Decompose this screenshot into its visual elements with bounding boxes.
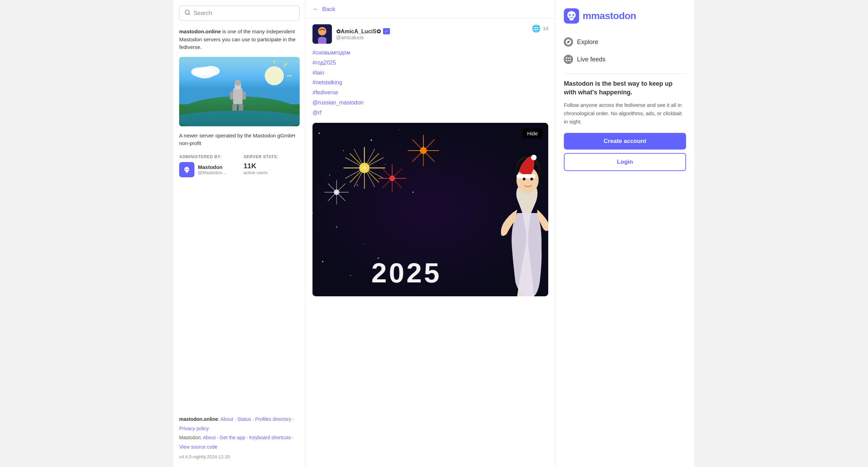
svg-point-13 bbox=[235, 79, 241, 86]
footer-mastodon-about-link[interactable]: About bbox=[203, 435, 216, 440]
post-author: ✿AmicA_LuciS✿ ✓ @amicalucis bbox=[312, 24, 390, 44]
hashtag-1[interactable]: #сновымгодом bbox=[312, 48, 548, 58]
nav-item-explore[interactable]: Explore bbox=[564, 33, 686, 51]
footer-get-app-link[interactable]: Get the app bbox=[220, 435, 245, 440]
mastodon-logo-icon bbox=[564, 8, 579, 24]
globe-icon: 🌐 bbox=[532, 24, 541, 33]
stats-unit: active users bbox=[244, 170, 300, 175]
logo-text: mmastodon bbox=[583, 10, 636, 22]
compass-icon bbox=[564, 37, 573, 46]
verified-badge: ✓ bbox=[383, 28, 390, 34]
svg-point-91 bbox=[569, 14, 571, 16]
svg-point-32 bbox=[385, 164, 386, 165]
hashtag-3[interactable]: #lain bbox=[312, 68, 548, 78]
svg-rect-15 bbox=[243, 92, 246, 100]
admin-name: Mastodon bbox=[198, 164, 226, 170]
server-name: mastodon.online bbox=[179, 28, 221, 34]
post-container: ✿AmicA_LuciS✿ ✓ @amicalucis 🌐 1d #сновым… bbox=[306, 19, 555, 302]
post-handle: @amicalucis bbox=[336, 35, 390, 40]
svg-point-35 bbox=[336, 226, 337, 228]
avatar-image bbox=[312, 24, 332, 44]
svg-point-20 bbox=[185, 169, 186, 170]
admin-stats-section: ADMINISTERED BY: Mastodon @Mastodon... bbox=[179, 154, 300, 177]
svg-point-37 bbox=[322, 261, 324, 262]
post-header: ✿AmicA_LuciS✿ ✓ @amicalucis 🌐 1d bbox=[312, 24, 548, 44]
footer-keyboard-shortcuts-link[interactable]: Keyboard shortcuts bbox=[249, 435, 291, 440]
promo-heading: Mastodon is the best way to keep up with… bbox=[564, 79, 686, 97]
admin-info: Mastodon @Mastodon... bbox=[198, 164, 226, 175]
svg-point-25 bbox=[319, 133, 320, 134]
mention-2[interactable]: @rf bbox=[312, 108, 548, 118]
svg-point-38 bbox=[350, 275, 351, 276]
explore-label: Explore bbox=[577, 39, 598, 46]
svg-rect-11 bbox=[233, 88, 242, 104]
back-button[interactable]: Back bbox=[322, 6, 335, 13]
mastodon-logo: mmastodon bbox=[564, 8, 686, 24]
server-image bbox=[179, 57, 300, 126]
svg-marker-94 bbox=[567, 41, 570, 43]
svg-rect-85 bbox=[517, 174, 536, 178]
back-arrow-icon[interactable]: ← bbox=[312, 6, 319, 13]
svg-point-18 bbox=[179, 110, 300, 126]
svg-point-28 bbox=[399, 129, 400, 130]
login-button[interactable]: Login bbox=[564, 153, 686, 171]
footer-mastodon-label: Mastodon bbox=[179, 435, 200, 440]
hashtag-5[interactable]: #fediverse bbox=[312, 88, 548, 98]
footer-mastodon-links: Mastodon: About · Get the app · Keyboard… bbox=[179, 433, 300, 451]
svg-point-27 bbox=[371, 139, 372, 141]
svg-point-30 bbox=[329, 174, 330, 175]
stats-section: SERVER STATS: 11K active users bbox=[244, 154, 300, 177]
author-info: ✿AmicA_LuciS✿ ✓ @amicalucis bbox=[336, 28, 390, 40]
svg-point-0 bbox=[185, 10, 189, 14]
post-image-container: 2025 Hide bbox=[312, 123, 548, 296]
post-meta: 🌐 1d bbox=[532, 24, 548, 33]
post-content: #сновымгодом #год2025 #lain #netstalking… bbox=[312, 48, 548, 118]
search-placeholder: Search bbox=[193, 10, 212, 17]
footer-links: mastodon.online: About · Status · Profil… bbox=[179, 408, 300, 461]
live-feeds-globe-icon bbox=[564, 55, 573, 64]
stats-label: SERVER STATS: bbox=[244, 154, 300, 159]
svg-point-87 bbox=[523, 178, 526, 180]
post-name-row: ✿AmicA_LuciS✿ ✓ bbox=[336, 28, 390, 35]
mention-1[interactable]: @russian_mastodon bbox=[312, 98, 548, 108]
logo-m: m bbox=[583, 10, 591, 21]
left-sidebar: Search mastodon.online is one of the man… bbox=[174, 0, 306, 467]
hashtag-2[interactable]: #год2025 bbox=[312, 58, 548, 68]
back-bar: ← Back bbox=[306, 0, 555, 19]
footer-view-source-link[interactable]: View source code bbox=[179, 444, 217, 450]
nav-item-live-feeds[interactable]: Live feeds bbox=[564, 51, 686, 68]
post-avatar bbox=[312, 24, 332, 44]
nav-divider bbox=[564, 74, 686, 74]
svg-point-23 bbox=[318, 27, 326, 35]
post-username: ✿AmicA_LuciS✿ bbox=[336, 28, 381, 35]
svg-point-21 bbox=[187, 169, 189, 170]
server-tagline: A newer server operated by the Mastodon … bbox=[179, 132, 300, 147]
live-feeds-label: Live feeds bbox=[577, 56, 606, 63]
svg-rect-14 bbox=[230, 92, 233, 100]
svg-point-92 bbox=[573, 14, 574, 16]
footer-privacy-link[interactable]: Privacy policy bbox=[179, 426, 209, 431]
svg-point-26 bbox=[343, 150, 344, 151]
search-box[interactable]: Search bbox=[179, 6, 300, 21]
footer-about-link[interactable]: About bbox=[220, 416, 233, 422]
admin-section: ADMINISTERED BY: Mastodon @Mastodon... bbox=[179, 154, 235, 177]
hide-button[interactable]: Hide bbox=[522, 128, 543, 138]
main-content: ← Back bbox=[306, 0, 556, 467]
hashtag-4[interactable]: #netstalking bbox=[312, 78, 548, 88]
post-image: 2025 Hide bbox=[312, 123, 548, 296]
version-text: v4.4.0-nightly.2024-12-20 bbox=[179, 453, 300, 461]
admin-card: Mastodon @Mastodon... bbox=[179, 162, 235, 177]
svg-point-33 bbox=[412, 192, 414, 193]
svg-point-4 bbox=[265, 66, 284, 85]
search-icon bbox=[184, 9, 191, 17]
svg-point-31 bbox=[357, 185, 358, 186]
svg-line-1 bbox=[189, 14, 190, 15]
create-account-button[interactable]: Create account bbox=[564, 133, 686, 150]
svg-point-88 bbox=[531, 178, 533, 180]
promo-text: Follow anyone across the fediverse and s… bbox=[564, 101, 686, 126]
server-description: mastodon.online is one of the many indep… bbox=[179, 28, 300, 51]
svg-point-36 bbox=[364, 244, 365, 245]
footer-status-link[interactable]: Status bbox=[237, 416, 251, 422]
footer-profiles-link[interactable]: Profiles directory bbox=[255, 416, 291, 422]
administered-label: ADMINISTERED BY: bbox=[179, 154, 235, 159]
